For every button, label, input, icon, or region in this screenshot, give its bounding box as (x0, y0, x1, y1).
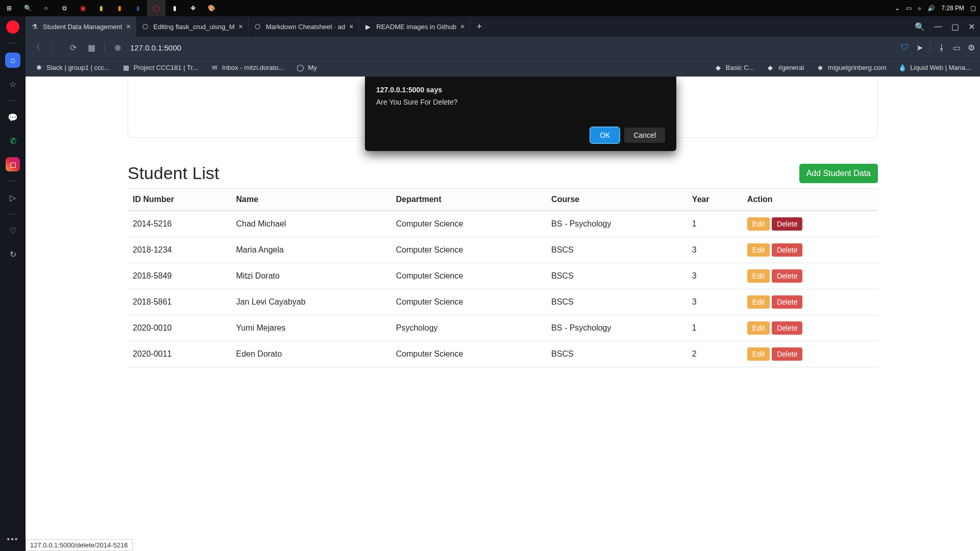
cortana-icon[interactable]: ○ (37, 0, 55, 16)
bookmark-item[interactable]: ◆#general (762, 62, 808, 74)
bookmark-item[interactable]: ✱Slack | group1 | ccc... (31, 62, 114, 74)
history-icon[interactable]: ↻ (6, 247, 20, 261)
volume-icon[interactable]: 🔊 (927, 5, 935, 12)
edit-button[interactable]: Edit (747, 217, 770, 231)
chevron-up-icon[interactable]: ⌄ (895, 5, 900, 12)
cell-year: 2 (687, 341, 742, 367)
bookmark-item[interactable]: ▦Project CCC181 | Tr... (118, 62, 202, 74)
table-row: 2018-5849 Mitzi Dorato Computer Science … (128, 263, 878, 289)
delete-button[interactable]: Delete (772, 243, 802, 257)
tab-3[interactable]: ▶ README images in Github × (359, 16, 470, 37)
close-tab-icon[interactable]: × (460, 22, 464, 31)
add-student-button[interactable]: Add Student Data (799, 164, 878, 183)
opera-window: ⌂ ☆ 💬 ✆ ◻ ▷ ♡ ↻ ••• ⚗ Student Data Manag… (0, 16, 980, 551)
app-icon[interactable]: ▣ (74, 0, 92, 16)
cell-id: 2014-5216 (128, 211, 231, 237)
download-icon[interactable]: ⭳ (938, 43, 946, 52)
close-tab-icon[interactable]: × (349, 22, 353, 31)
opera-logo-icon[interactable] (6, 20, 19, 34)
minimize-icon[interactable]: — (934, 22, 942, 31)
delete-button[interactable]: Delete (772, 295, 802, 309)
table-row: 2014-5216 Chad Michael Computer Science … (128, 211, 878, 237)
task-view-icon[interactable]: ⧉ (55, 0, 74, 16)
edit-button[interactable]: Edit (747, 269, 770, 283)
windows-taskbar: ⊞ 🔍 ○ ⧉ ▣ ▮ ▮ ▮ ◯ ▮ ❖ 🎨 ⌄ ▭ ⟐ 🔊 7:28 PM … (0, 0, 980, 16)
table-row: 2020-0011 Eden Dorato Computer Science B… (128, 341, 878, 367)
trello-icon: ▦ (122, 64, 130, 72)
notifications-icon[interactable]: ▢ (970, 5, 976, 12)
cell-name: Mitzi Dorato (231, 263, 391, 289)
maximize-icon[interactable]: ▢ (951, 22, 959, 32)
shield-icon[interactable]: 🛡 (901, 43, 909, 52)
bookmark-label: Liquid Web | Mana... (910, 64, 971, 71)
dialog-origin: 127.0.0.1:5000 says (376, 86, 665, 94)
bookmark-item[interactable]: ✉Inbox - mitzi.dorato... (206, 62, 288, 74)
table-row: 2018-1234 Maria Angela Computer Science … (128, 237, 878, 263)
bookmark-item[interactable]: ◯My (292, 62, 321, 74)
back-icon[interactable]: 〈 (31, 42, 42, 53)
bookmark-item[interactable]: ☻miguelgrinberg.com (812, 62, 890, 74)
more-icon[interactable]: ••• (7, 535, 19, 544)
terminal-icon[interactable]: ▮ (165, 0, 184, 16)
play-icon[interactable]: ▷ (6, 190, 20, 205)
edit-button[interactable]: Edit (747, 347, 770, 361)
wifi-icon[interactable]: ⟐ (918, 5, 921, 12)
tab-0[interactable]: ⚗ Student Data Management × (26, 16, 136, 37)
whatsapp-icon[interactable]: ✆ (6, 134, 20, 148)
tab-1[interactable]: ⎔ Editing flask_crud_uisng_M × (136, 16, 249, 37)
new-tab-button[interactable]: + (470, 16, 488, 37)
easy-setup-icon[interactable]: ⚙ (968, 43, 975, 53)
close-window-icon[interactable]: ✕ (968, 22, 975, 32)
bookmark-label: Project CCC181 | Tr... (134, 64, 198, 71)
reload-icon[interactable]: ⟳ (67, 42, 79, 53)
delete-button[interactable]: Delete (772, 347, 802, 361)
cell-dept: Computer Science (391, 289, 546, 315)
cell-dept: Computer Science (391, 237, 546, 263)
app-icon-2[interactable]: ❖ (184, 0, 202, 16)
cell-name: Yumi Mejares (231, 315, 391, 341)
url-field[interactable]: 127.0.0.1:5000 (130, 43, 181, 52)
delete-button[interactable]: Delete (772, 217, 802, 231)
messenger-icon[interactable]: 💬 (6, 110, 20, 124)
edit-button[interactable]: Edit (747, 321, 770, 335)
tab-2[interactable]: ⎔ Markdown Cheatsheet · ad × (249, 16, 359, 37)
battery-icon[interactable]: ▭ (906, 5, 912, 12)
home-icon[interactable]: ⌂ (5, 53, 20, 68)
start-page-icon[interactable]: ▦ (86, 42, 97, 53)
forward-icon[interactable]: 〉 (49, 42, 60, 53)
dialog-cancel-button[interactable]: Cancel (624, 128, 665, 143)
site-info-icon[interactable]: ⊕ (112, 42, 123, 53)
send-icon[interactable]: ➤ (916, 43, 923, 53)
cell-name: Chad Michael (231, 211, 391, 237)
cell-name: Eden Dorato (231, 341, 391, 367)
bookmark-item[interactable]: ◆Basic C... (710, 62, 758, 74)
word-icon[interactable]: ▮ (129, 0, 147, 16)
explorer-icon[interactable]: ▮ (92, 0, 110, 16)
battery-saver-icon[interactable]: ▭ (953, 43, 961, 53)
cell-course: BSCS (546, 237, 687, 263)
close-tab-icon[interactable]: × (239, 22, 243, 31)
edit-button[interactable]: Edit (747, 295, 770, 309)
tab-title: Student Data Management (43, 23, 122, 31)
sublime-icon[interactable]: ▮ (110, 0, 129, 16)
slack-icon: ✱ (35, 64, 43, 72)
heart-icon[interactable]: ♡ (6, 223, 20, 238)
search-icon[interactable]: 🔍 (18, 0, 37, 16)
bookmark-star-icon[interactable]: ☆ (6, 77, 20, 91)
github-icon: ⎔ (141, 22, 150, 31)
opera-taskbar-icon[interactable]: ◯ (147, 0, 165, 16)
generic-icon: ◆ (766, 64, 774, 72)
delete-button[interactable]: Delete (772, 321, 802, 335)
clock[interactable]: 7:28 PM (941, 5, 964, 12)
delete-button[interactable]: Delete (772, 269, 802, 283)
cell-id: 2018-5861 (128, 289, 231, 315)
close-tab-icon[interactable]: × (126, 22, 130, 31)
cell-dept: Computer Science (391, 341, 546, 367)
edit-button[interactable]: Edit (747, 243, 770, 257)
start-button[interactable]: ⊞ (0, 0, 18, 16)
instagram-icon[interactable]: ◻ (6, 157, 20, 171)
bookmark-item[interactable]: 💧Liquid Web | Mana... (894, 62, 975, 74)
paint-icon[interactable]: 🎨 (202, 0, 220, 16)
dialog-ok-button[interactable]: OK (591, 128, 619, 143)
tab-search-icon[interactable]: 🔍 (915, 22, 925, 32)
